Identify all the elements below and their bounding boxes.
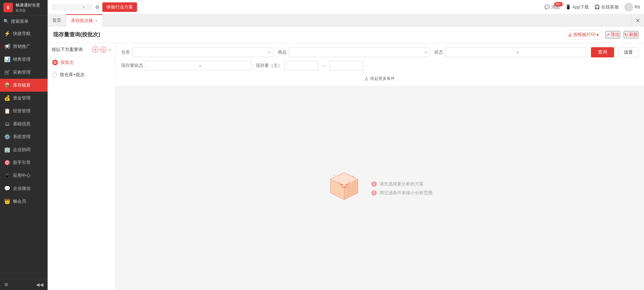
scheme-active-icon xyxy=(52,60,58,65)
message-icon: 💬 xyxy=(544,4,550,10)
refresh-label: 刷新 xyxy=(629,32,638,38)
empty-illustration: ✦ ✦ • xyxy=(327,169,361,207)
sidebar-nav: ⚡ 快捷导航 📢 营销推广 📊 销售管理 🛒 采购管理 📦 库存核算 💰 资金管… xyxy=(0,27,48,279)
scheme-item-by-warehouse-batch[interactable]: 按仓库+批次 xyxy=(48,69,115,81)
sidebar-item-basic[interactable]: 🗂 基础信息 xyxy=(0,117,48,130)
left-panel-title-area: 按以下方案查询 xyxy=(52,47,83,53)
gear-scheme-btn[interactable]: ◎ xyxy=(100,47,106,53)
purchase-label: 采购管理 xyxy=(13,69,31,75)
inventory-qty-max-input[interactable] xyxy=(329,61,363,70)
inventory-status-label: 现存量状态 xyxy=(121,62,143,69)
sidebar-item-marketing[interactable]: 📢 营销推广 xyxy=(0,40,48,53)
template-print-btn[interactable]: 🖨 按模板打印 ▾ xyxy=(565,30,602,39)
warehouse-label: 仓库 xyxy=(121,49,130,55)
collapse-sidebar-icon[interactable]: ◀◀ xyxy=(36,282,44,287)
sidebar-item-quick-nav[interactable]: ⚡ 快捷导航 xyxy=(0,27,48,40)
topbar-search-box[interactable]: ▾ xyxy=(52,4,92,11)
user-group[interactable]: Rit xyxy=(624,3,640,12)
sidebar-item-sales[interactable]: 📊 销售管理 xyxy=(0,53,48,66)
tab-home-label: 首页 xyxy=(52,17,61,23)
topbar-search-chevron[interactable]: ▾ xyxy=(83,5,85,9)
experience-btn[interactable]: 体验行业方案 xyxy=(102,2,137,12)
warehouse-input-container[interactable]: ··· xyxy=(132,48,274,57)
tab-inventory-batch[interactable]: 库存批次账 × xyxy=(66,14,103,26)
search-menu-label: 搜索菜单 xyxy=(11,18,29,24)
sidebar-item-member[interactable]: 👑 畅会员 xyxy=(0,195,48,208)
svg-point-9 xyxy=(348,181,350,183)
headset-icon: 🎧 xyxy=(594,4,600,10)
enterprise-icon: 🏢 xyxy=(4,147,10,153)
add-scheme-btn[interactable]: + xyxy=(92,47,98,53)
filter-area: 仓库 ··· 商品 ··· xyxy=(116,43,644,87)
sidebar: 6 畅康通好生意 标准版 🔍 搜索菜单 ⚡ 快捷导航 📢 营销推广 📊 销售管理… xyxy=(0,0,48,290)
phone-icon: 📱 xyxy=(565,4,571,10)
inventory-icon: 📦 xyxy=(4,82,10,88)
tab-close-icon[interactable]: × xyxy=(95,18,98,23)
inventory-qty-min-input[interactable] xyxy=(284,61,318,70)
goods-input-container[interactable]: ··· xyxy=(289,48,430,57)
query-btn[interactable]: 查询 xyxy=(591,47,614,57)
marketing-icon: 📢 xyxy=(4,43,10,50)
collapse-up-icon: ⋀ xyxy=(365,76,368,81)
inventory-status-chevron-icon: ▾ xyxy=(199,64,249,68)
topbar-left: ▾ ⚙ 体验行业方案 xyxy=(52,2,542,12)
member-icon: 👑 xyxy=(4,198,10,204)
hint-text-1: 请先选择要分析的方案 xyxy=(379,181,424,187)
warehouse-dots-btn[interactable]: ··· xyxy=(265,50,273,55)
svg-point-8 xyxy=(338,181,340,183)
refresh-icon: ↻ xyxy=(624,32,628,37)
collapse-filter-row[interactable]: ⋀ 收起更多条件 xyxy=(121,74,639,82)
qty-divider: — xyxy=(320,63,327,68)
collapse-panel-icon[interactable]: « xyxy=(108,47,111,52)
sales-icon: 📊 xyxy=(4,56,10,62)
status-field: 状态 ▾ xyxy=(434,48,587,57)
search-icon: 🔍 xyxy=(3,19,9,24)
online-service-group[interactable]: 🎧 在线客服 xyxy=(594,4,619,10)
scheme-item-by-batch[interactable]: 按批次 xyxy=(48,56,115,69)
app-download-group[interactable]: 📱 App下载 xyxy=(565,4,589,10)
goods-label: 商品 xyxy=(278,49,287,55)
export-btn[interactable]: ↗ 导出 xyxy=(605,31,620,38)
settings-btn[interactable]: 设置 xyxy=(618,47,639,57)
right-content: 仓库 ··· 商品 ··· xyxy=(116,43,644,290)
sidebar-item-app-center[interactable]: 📱 应用中心 xyxy=(0,169,48,182)
status-select[interactable]: ▾ xyxy=(445,48,587,57)
refresh-btn[interactable]: ↻ 刷新 xyxy=(624,31,639,38)
basic-icon: 🗂 xyxy=(4,121,10,127)
operations-icon: 📋 xyxy=(4,108,10,114)
sidebar-item-operations[interactable]: 📋 经营管理 xyxy=(0,105,48,117)
settings-bottom-icon[interactable]: ⚙ xyxy=(4,282,9,287)
inventory-status-select[interactable]: ▾ xyxy=(145,61,252,70)
scheme-by-warehouse-batch-label: 按仓库+批次 xyxy=(60,72,85,78)
goods-dots-btn[interactable]: ··· xyxy=(422,50,430,55)
tabs-bar-close-btn[interactable]: ✕ xyxy=(631,14,644,26)
topbar-search-input[interactable] xyxy=(54,5,82,10)
sidebar-logo: 6 xyxy=(3,3,13,12)
messages-badge: 99+ xyxy=(554,2,563,6)
print-chevron-icon[interactable]: ▾ xyxy=(596,32,599,37)
quick-nav-label: 快捷导航 xyxy=(13,31,31,37)
goods-input[interactable] xyxy=(289,50,422,55)
tab-inventory-batch-label: 库存批次账 xyxy=(71,18,93,24)
warehouse-input[interactable] xyxy=(132,50,265,55)
sidebar-item-newbie[interactable]: 🎯 新手引导 xyxy=(0,156,48,169)
sidebar-search-item[interactable]: 🔍 搜索菜单 xyxy=(0,16,48,27)
scheme-radio-icon xyxy=(52,72,57,77)
svg-text:✦: ✦ xyxy=(352,175,354,178)
sidebar-item-wechat[interactable]: 💬 企业微信 xyxy=(0,182,48,195)
sidebar-item-purchase[interactable]: 🛒 采购管理 xyxy=(0,66,48,79)
topbar-gear-icon[interactable]: ⚙ xyxy=(95,4,100,10)
finance-label: 资金管理 xyxy=(13,95,31,101)
sidebar-item-system[interactable]: ⚙️ 系统管理 xyxy=(0,130,48,143)
sales-label: 销售管理 xyxy=(13,56,31,62)
inventory-qty-field: 现存量（主） — xyxy=(256,61,386,70)
sidebar-item-inventory[interactable]: 📦 库存核算 xyxy=(0,79,48,92)
left-panel-header: 按以下方案查询 + ◎ « xyxy=(48,43,115,56)
messages-group[interactable]: 💬 消息 99+ xyxy=(544,4,560,10)
main-area: 按以下方案查询 + ◎ « 按批次 按仓库+批次 xyxy=(48,43,644,290)
sidebar-item-enterprise[interactable]: 🏢 企业协同 xyxy=(0,143,48,156)
tab-home[interactable]: 首页 xyxy=(48,14,66,26)
left-panel-icons: + ◎ « xyxy=(92,47,111,53)
sidebar-item-finance[interactable]: 💰 资金管理 xyxy=(0,92,48,105)
online-service-label: 在线客服 xyxy=(601,4,619,10)
